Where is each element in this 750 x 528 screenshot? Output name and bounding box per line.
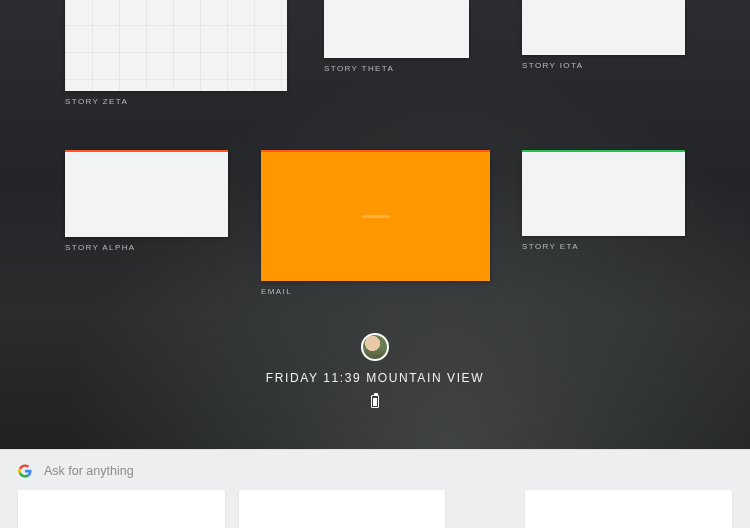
search-row[interactable]: Ask for anything bbox=[0, 450, 750, 490]
tile-story-theta[interactable]: STORY THETA bbox=[324, 0, 469, 73]
tile-thumbnail bbox=[65, 150, 228, 237]
clock-location-text: FRIDAY 11:39 MOUNTAIN VIEW bbox=[0, 371, 750, 385]
now-panel: Ask for anything bbox=[0, 449, 750, 528]
battery-icon bbox=[371, 395, 379, 408]
tile-email[interactable]: EMAIL bbox=[261, 150, 490, 296]
feed-card[interactable] bbox=[18, 490, 225, 528]
email-loading-bar bbox=[362, 215, 390, 218]
tile-label: STORY ETA bbox=[522, 242, 685, 251]
overview-backdrop: STORY ZETA STORY THETA STORY IOTA STORY … bbox=[0, 0, 750, 449]
tile-story-alpha[interactable]: STORY ALPHA bbox=[65, 150, 228, 252]
tile-label: EMAIL bbox=[261, 287, 490, 296]
tile-thumbnail bbox=[324, 0, 469, 58]
tile-thumbnail bbox=[65, 0, 287, 91]
tile-label: STORY ZETA bbox=[65, 97, 287, 106]
tile-thumbnail bbox=[522, 0, 685, 55]
tile-label: STORY IOTA bbox=[522, 61, 685, 70]
tile-label: STORY THETA bbox=[324, 64, 469, 73]
user-avatar[interactable] bbox=[361, 333, 389, 361]
tile-label: STORY ALPHA bbox=[65, 243, 228, 252]
tile-thumbnail bbox=[261, 150, 490, 281]
status-cluster: FRIDAY 11:39 MOUNTAIN VIEW bbox=[0, 333, 750, 408]
tile-story-eta[interactable]: STORY ETA bbox=[522, 150, 685, 251]
search-placeholder: Ask for anything bbox=[44, 464, 134, 478]
feed-card[interactable] bbox=[525, 490, 732, 528]
google-logo-icon bbox=[18, 464, 32, 478]
feed-cards-row bbox=[0, 490, 750, 528]
tile-story-iota[interactable]: STORY IOTA bbox=[522, 0, 685, 70]
tile-thumbnail bbox=[522, 150, 685, 236]
feed-gap bbox=[459, 490, 511, 528]
tile-story-zeta[interactable]: STORY ZETA bbox=[65, 0, 287, 106]
feed-card[interactable] bbox=[239, 490, 446, 528]
